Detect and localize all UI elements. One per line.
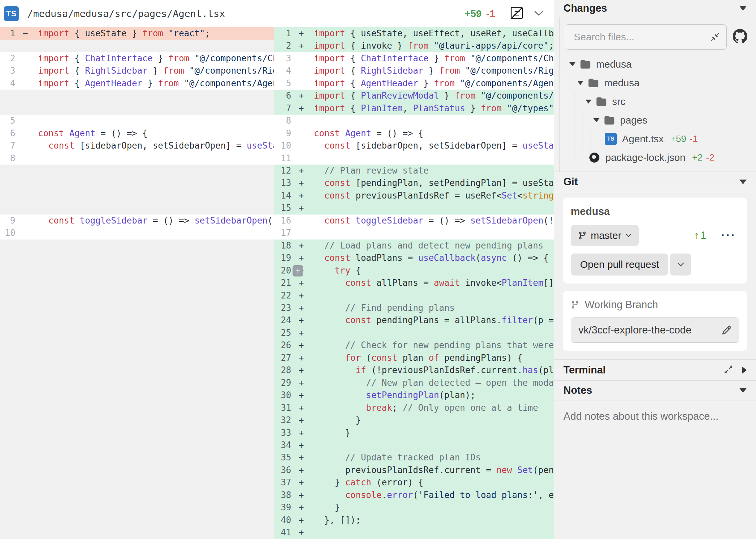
tree-indent-guide [590,130,590,148]
diff-row: 20+ try {+ [274,265,554,277]
tree-file-package-lock[interactable]: package-lock.json +2 -2 [554,148,756,167]
line-number: 28 [274,364,293,376]
code-line: import { PlanItem, PlanStatus } from "@/… [309,102,554,115]
code-line: break; // Only open one at a time [309,402,538,414]
diff-marker: + [293,202,309,214]
add-comment-button[interactable]: + [293,265,303,276]
folder-icon [588,78,599,88]
diff-marker: + [293,27,309,40]
line-number: 12 [274,165,293,177]
code-line: } [309,501,340,514]
folder-icon [580,60,591,69]
expand-section-icon[interactable] [742,366,747,374]
line-number: 40 [274,514,293,526]
code-line: for (const plan of pendingPlans) { [309,352,522,364]
line-number: 7 [0,140,17,152]
collapse-notes-icon[interactable] [739,388,747,393]
git-branch-icon [571,300,579,309]
line-number: 13 [274,177,293,189]
diff-row: 29+ // New plan detected — open the moda… [274,377,554,389]
terminal-title: Terminal [563,364,606,376]
expand-terminal-icon[interactable] [723,364,733,376]
diff-marker: + [293,190,309,202]
diff-row: 14+ const previousPlanIdsRef = useRef<Se… [274,190,554,202]
line-number: 1 [274,27,293,40]
line-number: 18 [274,240,293,252]
line-number: 10 [0,227,17,239]
working-branch-value: vk/3ccf-explore-the-code [578,324,691,336]
line-number: 11 [274,152,293,165]
diff-row: 39+ } [274,501,554,514]
diff-marker: + [293,526,309,539]
tree-folder-pages[interactable]: pages [554,111,756,130]
code-line: const [sidebarOpen, setSidebarOpen] = us… [33,140,274,152]
diff-row: 32+ } [274,414,554,426]
notes-input-area[interactable]: Add notes about this workspace... [554,400,756,539]
diff-marker: + [293,289,309,302]
chevron-expanded-icon [585,100,591,104]
typescript-file-icon: TS [4,6,19,21]
edit-branch-icon[interactable] [722,325,732,335]
diff-spacer [0,90,274,115]
overflow-menu-icon[interactable]: ··· [721,229,736,243]
branch-selector[interactable]: master [571,225,639,246]
line-number: 33 [274,427,293,439]
diff-row: 33+ } [274,427,554,439]
code-line: // Update tracked plan IDs [309,451,481,464]
file-deletions: -2 [706,152,714,163]
line-number: 2 [274,40,293,52]
diff-row: 9const Agent = () => { [274,127,554,140]
chevron-down-icon[interactable] [534,10,544,17]
github-icon[interactable] [733,29,747,45]
line-number: 36 [274,464,293,476]
zed-logo-icon[interactable] [510,6,524,21]
git-section-header[interactable]: Git [554,172,756,192]
code-line: const allPlans = await invoke<PlanItem[]… [309,277,554,289]
working-branch-field[interactable]: vk/3ccf-explore-the-code [571,317,739,343]
diff-row: 8 [0,152,274,165]
tree-label: pages [620,115,647,126]
collapse-git-icon[interactable] [739,180,747,184]
code-line: const Agent = () => { [309,127,423,140]
line-number: 3 [0,65,17,77]
diff-row: 35+ // Update tracked plan IDs [274,451,554,464]
line-number: 34 [274,439,293,451]
diff-marker: + [293,90,309,102]
diff-row: 30+ setPendingPlan(plan); [274,389,554,401]
diff-spacer [0,40,274,52]
code-line: const [sidebarOpen, setSidebarOpen] = us… [309,140,554,152]
tree-folder-src[interactable]: src [554,92,756,111]
tree-folder-medusa-inner[interactable]: medusa [554,74,756,92]
code-line: }, []); [309,514,361,526]
diff-marker: + [293,339,309,351]
diff-marker: + [293,451,309,464]
notes-section-header[interactable]: Notes [554,381,756,400]
search-files-input[interactable] [565,24,727,50]
diff-marker: + [293,489,309,501]
diff-row: 2import { ChatInterface } from "@/compon… [0,52,274,65]
terminal-section-header[interactable]: Terminal [554,360,756,380]
tree-folder-medusa[interactable]: medusa [554,55,756,74]
open-pull-request-button[interactable]: Open pull request [571,254,668,275]
diff-row: 40+ }, []); [274,514,554,526]
diff-marker: + [293,389,309,401]
folder-icon [604,116,615,125]
diff-row: 1−import { useState } from "react"; [0,27,274,40]
tree-label: medusa [596,59,632,70]
tree-file-agent-tsx[interactable]: TS Agent.tsx +59 -1 [554,130,756,148]
collapse-tree-icon[interactable] [710,32,720,43]
changes-section-header[interactable]: Changes [554,0,756,17]
file-path: /medusa/medusa/src/pages/Agent.tsx [27,8,225,19]
code-line: const toggleSidebar = () => setSidebarOp… [309,215,554,227]
code-line: // Load plans and detect new pending pla… [309,240,543,252]
diff-row: 2+import { invoke } from "@tauri-apps/ap… [274,40,554,52]
pull-request-dropdown[interactable] [670,254,691,275]
code-line: const Agent = () => { [33,127,148,140]
line-number: 17 [274,227,293,239]
diff-row: 3import { RightSidebar } from "@/compone… [0,65,274,77]
diff-marker: + [293,352,309,364]
line-number: 24 [274,314,293,326]
collapse-changes-icon[interactable] [739,6,747,11]
diff-marker: + [293,102,309,115]
diff-pane-old: 1−import { useState } from "react";2impo… [0,27,274,539]
